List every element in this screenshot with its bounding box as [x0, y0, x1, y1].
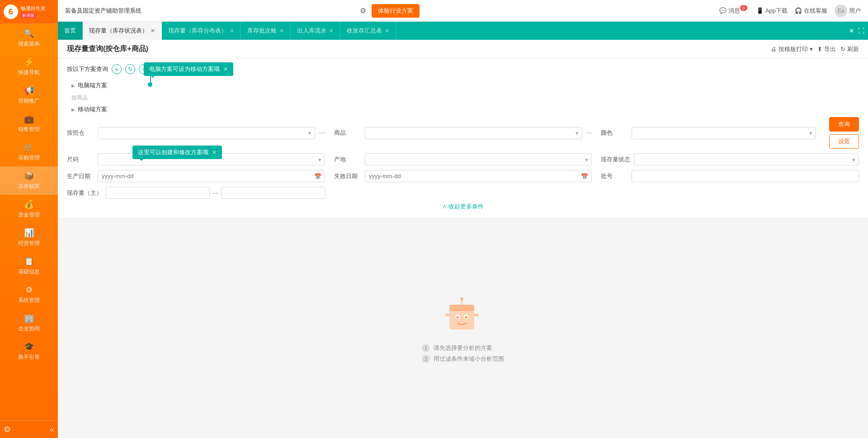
tip-num-2: 2	[422, 355, 430, 363]
sidebar-item-sales[interactable]: 💼 销售管理	[0, 109, 58, 138]
tab-close-flow[interactable]: ✕	[329, 28, 334, 34]
refresh-icon: ↻	[840, 46, 845, 52]
product-select[interactable]	[365, 127, 582, 139]
search-button[interactable]: 查询	[829, 117, 859, 132]
tooltip-dot	[148, 82, 152, 87]
tabs-expand-icon[interactable]: ⛶	[858, 27, 864, 34]
topbar-right: 💬 消息 6 📱 App下载 🎧 在线客服 Ea 用户	[719, 5, 861, 17]
color-select[interactable]	[632, 127, 816, 139]
sidebar-item-enterprise[interactable]: 🏢 企业协同	[0, 309, 58, 337]
product-select-wrap	[365, 127, 582, 139]
expdate-label: 失效日期	[334, 172, 361, 180]
logo-text: 畅通好生意	[21, 5, 46, 11]
tab-inventory-status[interactable]: 现存量（库存状况表） ✕	[83, 22, 162, 40]
sidebar-item-guide-label: 新手引导	[18, 353, 40, 361]
filter-label: 按以下方案查询	[67, 65, 108, 73]
tabs-close-all-icon[interactable]: ✕	[849, 27, 854, 34]
topbar-settings-icon[interactable]: ⚙	[360, 6, 366, 15]
svg-rect-8	[445, 314, 450, 316]
tab-inventory-dist[interactable]: 现存量（库存分布表） ✕	[162, 22, 241, 40]
sidebar-item-search[interactable]: 🔍 搜索菜单	[0, 24, 58, 52]
scheme-more-items: 按商品 ▶ 移动端方案	[67, 92, 859, 115]
sidebar-item-guide[interactable]: 🎓 新手引导	[0, 337, 58, 366]
filter-actions: 查询 设置	[829, 117, 859, 149]
origin-select[interactable]	[365, 153, 592, 165]
sidebar-item-quicknav[interactable]: ⚡ 快捷导航	[0, 52, 58, 81]
tab-close-batch[interactable]: ✕	[279, 28, 284, 34]
tab-batch[interactable]: 库存批次账 ✕	[241, 22, 291, 40]
refresh-btn[interactable]: ↻ 刷新	[840, 45, 859, 53]
tab-close-inventory-status[interactable]: ✕	[151, 28, 155, 34]
sidebar-item-system-label: 系统管理	[18, 297, 40, 304]
online-support-item[interactable]: 🎧 在线客服	[795, 7, 827, 15]
sidebar-item-marketing[interactable]: 📢 营销推广	[0, 81, 58, 109]
warehouse-dots[interactable]: ···	[319, 129, 325, 137]
tab-batch-label: 库存批次账	[247, 27, 277, 35]
qty-max-input[interactable]	[221, 187, 325, 199]
expdate-input[interactable]	[365, 170, 592, 182]
scheme-tooltip-close[interactable]: ✕	[223, 66, 228, 72]
sidebar-item-enterprise-label: 企业协同	[18, 325, 40, 333]
sidebar-item-inventory[interactable]: 📦 库存核算	[0, 166, 58, 195]
messages-item[interactable]: 💬 消息 6	[719, 7, 749, 15]
scheme-mobile-label: 移动端方案	[78, 105, 107, 113]
batch-input[interactable]	[632, 170, 859, 182]
sidebar-item-quicknav-label: 快捷导航	[18, 69, 40, 76]
tab-summary[interactable]: 收发存汇总表 ✕	[340, 22, 396, 40]
export-icon: ⬆	[817, 46, 822, 52]
scheme-tooltip2-close[interactable]: ✕	[212, 149, 217, 155]
filter-row-product: 商品 ···	[334, 117, 592, 149]
industry-btn[interactable]: 体验行业方案	[372, 4, 420, 18]
product-dots[interactable]: ···	[586, 129, 592, 137]
print-btn[interactable]: 🖨 按模板打印 ▾	[771, 45, 813, 53]
main-content: 装备及固定资产辅助管理系统 ⚙ 体验行业方案 💬 消息 6 📱 App下载 🎧 …	[58, 0, 868, 438]
qty-min-input[interactable]	[106, 187, 210, 199]
reset-button[interactable]: 设置	[829, 134, 859, 149]
sidebar-item-operations[interactable]: 📊 经营管理	[0, 223, 58, 252]
proddate-input[interactable]	[98, 170, 325, 182]
scheme-tooltip-wrap: 电脑方案可设为移动方案哦 ✕	[144, 62, 233, 87]
scheme-product-item[interactable]: 按商品	[71, 92, 859, 104]
sales-icon: 💼	[24, 114, 34, 124]
tip-text-2: 用过滤条件来缩小分析范围	[434, 355, 504, 363]
system-icon: ⚙	[25, 285, 33, 295]
add-scheme-btn[interactable]: +	[112, 64, 122, 74]
scheme-tooltip2-text: 这里可以创建和修改方案哦	[138, 148, 208, 156]
search-icon: 🔍	[24, 28, 34, 38]
message-label: 消息	[728, 7, 740, 15]
sidebar-item-basic[interactable]: 📋 基础信息	[0, 252, 58, 280]
print-icon: 🖨	[771, 46, 777, 52]
phone-icon: 📱	[756, 7, 764, 14]
tab-close-summary[interactable]: ✕	[385, 28, 389, 34]
scheme-mobile-item[interactable]: ▶ 移动端方案	[71, 104, 859, 115]
scheme-mobile-arrow: ▶	[71, 107, 75, 112]
sidebar-item-system[interactable]: ⚙ 系统管理	[0, 280, 58, 309]
sidebar-item-marketing-label: 营销推广	[18, 97, 40, 105]
app-download-label: App下载	[765, 7, 788, 15]
sidebar-item-purchase[interactable]: 🛒 采购管理	[0, 138, 58, 166]
tab-flow[interactable]: 出入库流水 ✕	[291, 22, 340, 40]
collapse-btn[interactable]: ∧ 收起更多条件	[67, 199, 859, 212]
svg-point-7	[461, 297, 463, 300]
sidebar-item-operations-label: 经营管理	[18, 240, 40, 247]
tab-home[interactable]: 首页	[58, 22, 83, 40]
export-btn[interactable]: ⬆ 导出	[817, 45, 836, 53]
user-item[interactable]: Ea 用户	[835, 5, 861, 17]
guide-icon: 🎓	[24, 342, 34, 352]
operations-icon: 📊	[24, 228, 34, 238]
page-title: 现存量查询(按仓库+商品)	[67, 44, 148, 54]
app-download-item[interactable]: 📱 App下载	[756, 7, 788, 15]
finance-icon: 💰	[24, 199, 34, 209]
tab-close-inventory-dist[interactable]: ✕	[230, 28, 234, 34]
logo-icon: 6	[4, 5, 18, 19]
settings-button[interactable]: ⚙	[4, 424, 11, 434]
sidebar-item-finance[interactable]: 💰 资金管理	[0, 195, 58, 223]
warehouse-select[interactable]	[98, 127, 315, 139]
stock-qty-label: 现存量（主）	[67, 189, 102, 197]
filter-row-warehouse: 按照仓 ···	[67, 117, 325, 149]
collapse-sidebar-button[interactable]: «	[50, 424, 54, 434]
stock-status-label: 现存量状态	[601, 155, 630, 164]
refresh-scheme-btn[interactable]: ↻	[125, 64, 135, 74]
tab-inventory-status-label: 现存量（库存状况表）	[89, 27, 148, 35]
stock-status-select[interactable]	[634, 153, 859, 165]
